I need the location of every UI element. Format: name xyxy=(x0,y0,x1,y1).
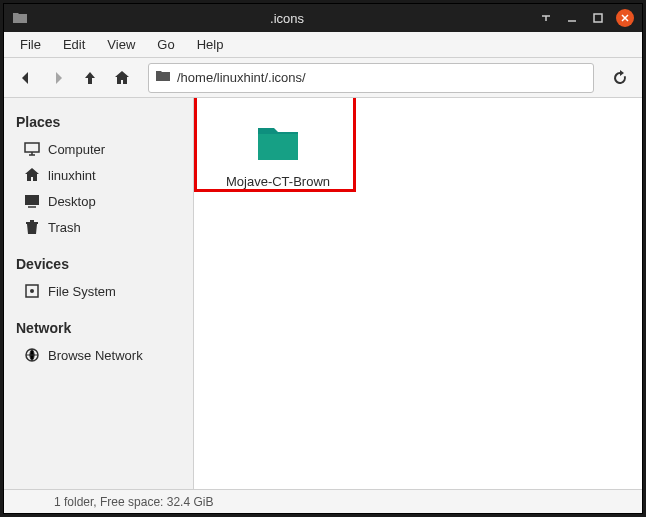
window-controls xyxy=(538,9,634,27)
file-manager-window: .icons File Edit View Go Help xyxy=(4,4,642,513)
path-bar[interactable]: /home/linuxhint/.icons/ xyxy=(148,63,594,93)
menu-edit[interactable]: Edit xyxy=(53,34,95,55)
home-button[interactable] xyxy=(108,64,136,92)
close-button[interactable] xyxy=(616,9,634,27)
svg-rect-2 xyxy=(25,195,39,205)
home-icon xyxy=(24,167,40,183)
statusbar: 1 folder, Free space: 32.4 GiB xyxy=(4,489,642,513)
desktop-icon xyxy=(24,193,40,209)
disk-icon xyxy=(24,283,40,299)
menu-help[interactable]: Help xyxy=(187,34,234,55)
sidebar-item-label: File System xyxy=(48,284,116,299)
minimize-button[interactable] xyxy=(564,10,580,26)
sidebar-section-network: Network Browse Network xyxy=(4,314,193,368)
sidebar-heading: Places xyxy=(4,108,193,136)
maximize-button[interactable] xyxy=(590,10,606,26)
forward-button[interactable] xyxy=(44,64,72,92)
sidebar-item-computer[interactable]: Computer xyxy=(4,136,193,162)
status-text: 1 folder, Free space: 32.4 GiB xyxy=(54,495,213,509)
menubar: File Edit View Go Help xyxy=(4,32,642,58)
sidebar-item-label: Computer xyxy=(48,142,105,157)
sidebar-item-trash[interactable]: Trash xyxy=(4,214,193,240)
folder-icon xyxy=(155,68,171,88)
folder-label: Mojave-CT-Brown xyxy=(226,174,330,189)
back-button[interactable] xyxy=(12,64,40,92)
sidebar-item-home[interactable]: linuxhint xyxy=(4,162,193,188)
window-title: .icons xyxy=(36,11,538,26)
sidebar-item-label: Desktop xyxy=(48,194,96,209)
sidebar-item-desktop[interactable]: Desktop xyxy=(4,188,193,214)
content-area: Places Computer linuxhint Desktop Trash xyxy=(4,98,642,489)
sidebar-section-devices: Devices File System xyxy=(4,250,193,304)
menu-file[interactable]: File xyxy=(10,34,51,55)
sidebar-heading: Devices xyxy=(4,250,193,278)
sidebar: Places Computer linuxhint Desktop Trash xyxy=(4,98,194,489)
trash-icon xyxy=(24,219,40,235)
up-button[interactable] xyxy=(76,64,104,92)
refresh-button[interactable] xyxy=(606,64,634,92)
sidebar-item-filesystem[interactable]: File System xyxy=(4,278,193,304)
network-icon xyxy=(24,347,40,363)
folder-icon xyxy=(12,10,28,26)
menu-icon[interactable] xyxy=(538,10,554,26)
path-text: /home/linuxhint/.icons/ xyxy=(177,70,587,85)
sidebar-heading: Network xyxy=(4,314,193,342)
titlebar: .icons xyxy=(4,4,642,32)
sidebar-item-label: Browse Network xyxy=(48,348,143,363)
svg-rect-0 xyxy=(594,14,602,22)
main-view[interactable]: Mojave-CT-Brown xyxy=(194,98,642,489)
sidebar-item-label: linuxhint xyxy=(48,168,96,183)
menu-view[interactable]: View xyxy=(97,34,145,55)
folder-icon xyxy=(254,120,302,168)
sidebar-section-places: Places Computer linuxhint Desktop Trash xyxy=(4,108,193,240)
sidebar-item-label: Trash xyxy=(48,220,81,235)
folder-item[interactable]: Mojave-CT-Brown xyxy=(208,112,348,197)
menu-go[interactable]: Go xyxy=(147,34,184,55)
toolbar: /home/linuxhint/.icons/ xyxy=(4,58,642,98)
sidebar-item-browse-network[interactable]: Browse Network xyxy=(4,342,193,368)
svg-point-4 xyxy=(30,289,34,293)
svg-rect-1 xyxy=(25,143,39,152)
computer-icon xyxy=(24,141,40,157)
